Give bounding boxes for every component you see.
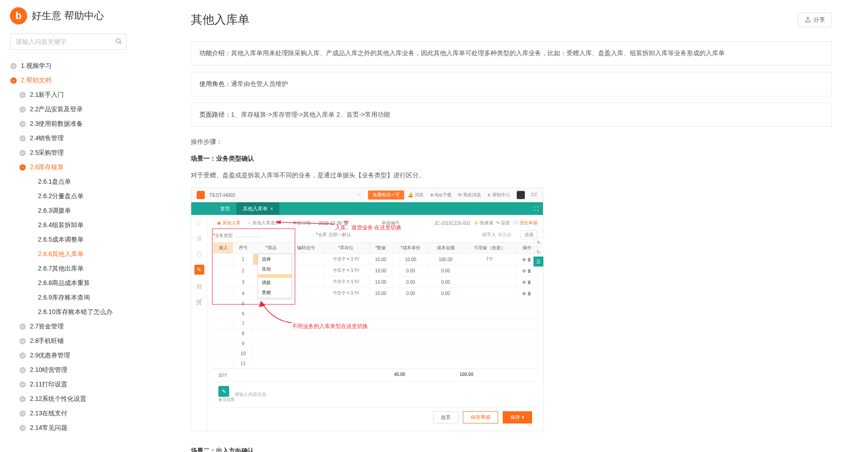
- search-input[interactable]: [10, 33, 127, 50]
- scene1-title: 场景一：业务类型确认: [191, 152, 832, 165]
- ss-tool-edit: ✎ 设置: [496, 220, 510, 226]
- scene2-title: 场景二：出入方向确认: [191, 445, 832, 452]
- ss-mode-return: ○ 其他入库退库: [244, 219, 283, 228]
- steps-heading: 操作步骤：: [191, 136, 832, 148]
- ss-dd-manual: 其他: [258, 264, 292, 274]
- intro-label: 功能介绍：: [199, 49, 231, 57]
- svg-line-1: [120, 43, 121, 44]
- doc-icon: ✎: [194, 265, 204, 275]
- ss-avatar-icon: [517, 191, 525, 199]
- table-row: 5: [213, 299, 538, 309]
- nav-2-12[interactable]: +2.12系统个性化设置: [19, 392, 127, 406]
- ss-date-label: 单据日期: [292, 220, 311, 226]
- logo-icon: b: [10, 7, 27, 24]
- nav-2-4[interactable]: +2.4销售管理: [19, 131, 127, 146]
- nav-2-6-6[interactable]: 2.6.6其他入库单: [38, 247, 127, 262]
- chart-icon: ▤: [195, 282, 203, 290]
- ss-tenant: TEST-H002: [209, 192, 235, 198]
- ss-logo-icon: [197, 191, 205, 199]
- nav-2-6-9[interactable]: 2.6.9库存账本查询: [38, 290, 127, 305]
- ss-top-sys: ✉ 系统消息: [458, 192, 481, 198]
- ss-doc-number: JC-20191226-001: [434, 221, 471, 226]
- sidebar: b 好生意 帮助中心 + 1.视频学习 − 2.帮助文档 +2.1新手入门 +2…: [0, 0, 137, 452]
- nav-2-8[interactable]: +2.8手机旺铺: [19, 334, 127, 348]
- ss-annotation-mid: 不同业务的入库类型在这里切换: [292, 323, 368, 330]
- nav-2-6-8[interactable]: 2.6.8商品成本重算: [38, 276, 127, 290]
- ss-warehouse-label: 仓库: [316, 232, 327, 237]
- ss-username: CC: [531, 192, 538, 197]
- ss-th-loc: 库存位: [323, 243, 369, 254]
- nav-2-6-5[interactable]: 2.6.5成本调整单: [38, 233, 127, 247]
- nav-2-6-10[interactable]: 2.6.10库存账本错了怎么办: [38, 305, 127, 319]
- ss-tab-expand-icon: ⛶: [533, 206, 543, 211]
- share-button[interactable]: 分享: [798, 13, 832, 27]
- nav-2-6-2[interactable]: 2.6.2分量盘点单: [38, 189, 127, 204]
- ss-total-amt: 100.00: [459, 372, 473, 378]
- box-icon: ▢: [195, 249, 203, 257]
- nav-2-11[interactable]: +2.11打印设置: [19, 377, 127, 392]
- ss-discard-button: 放弃: [433, 411, 458, 423]
- tray-icon: ☰: [533, 257, 543, 266]
- list-icon: ☰: [195, 234, 203, 242]
- ss-totals-row: 合计 40.00 100.00: [213, 369, 538, 381]
- nav-help-docs[interactable]: − 2.帮助文档: [10, 73, 127, 88]
- table-row: 10: [213, 349, 538, 359]
- ss-top-app: ⊕ App下载: [430, 192, 452, 198]
- ss-nav-icons: ⌂ ☰ ▢ ✎ ▤ 🛒: [191, 215, 208, 431]
- nav-2-2[interactable]: +2.2产品安装及登录: [19, 102, 127, 117]
- ss-form: ◉ 其他入库 ○ 其他入库退库 单据日期 2019-12-26 📅 入库、退货业…: [208, 215, 543, 431]
- ss-dd-blank: 选择: [258, 254, 292, 264]
- ss-th-no: 序号: [233, 243, 253, 254]
- nav-2-14[interactable]: +2.14常见问题: [19, 421, 127, 435]
- ss-biztype-dropdown: 选择 其他 调拨 受赠: [258, 254, 292, 298]
- ss-dd-highlighted: [258, 274, 292, 278]
- ss-operator-label: 经手人: [482, 232, 496, 237]
- intro-box: 功能介绍：其他入库单用来处理除采购入库、产成品入库之外的其他入库业务，因此其他入…: [191, 41, 832, 66]
- nav-2-13[interactable]: +2.13在线支付: [19, 406, 127, 421]
- ss-memo-placeholder: 请输入内容信息: [235, 391, 266, 398]
- ss-dd-gift: 受赠: [258, 288, 292, 298]
- ss-tabbar: 首页 其他入库单× ⛶: [191, 202, 543, 215]
- tray-icon: ✎: [533, 238, 543, 247]
- nav-2-3[interactable]: +2.3使用前数据准备: [19, 117, 127, 131]
- expand-icon: +: [10, 62, 17, 70]
- search-icon[interactable]: [115, 38, 122, 46]
- ss-topbar: TEST-H002 ☆ 免费电话一下 🔔 消息 ⊕ App下载 ✉ 系统消息 ⊕…: [191, 188, 543, 202]
- ss-tab-home: 首页: [214, 202, 236, 215]
- annotated-screenshot: TEST-H002 ☆ 免费电话一下 🔔 消息 ⊕ App下载 ✉ 系统消息 ⊕…: [191, 187, 543, 431]
- search-box: [10, 33, 127, 50]
- brand-title: 好生意 帮助中心: [32, 9, 104, 23]
- share-icon: [805, 17, 811, 23]
- nav-2-1[interactable]: +2.1新手入门: [19, 88, 127, 102]
- ss-dd-transfer: 调拨: [258, 278, 292, 288]
- ss-mode-in: ◉ 其他入库: [213, 219, 245, 228]
- nav-2-6[interactable]: −2.6库存核算: [19, 160, 127, 175]
- table-row: 11: [213, 359, 538, 369]
- ss-total-qty: 40.00: [394, 372, 405, 378]
- role-label: 使用角色：: [199, 80, 231, 87]
- nav-video-learning[interactable]: + 1.视频学习: [10, 59, 127, 73]
- ss-th-insert: 插入: [213, 243, 233, 254]
- ss-draft-button: 保存草稿: [463, 411, 498, 423]
- nav-2-9[interactable]: +2.9优惠券管理: [19, 348, 127, 363]
- nav-2-7[interactable]: +2.7资金管理: [19, 319, 127, 334]
- role-box: 使用角色：通常由仓管人员维护: [191, 72, 832, 96]
- nav-2-10[interactable]: +2.10经营管理: [19, 363, 127, 377]
- table-row: 7: [213, 319, 538, 329]
- nav-2-6-1[interactable]: 2.6.1盘点单: [38, 175, 127, 189]
- svg-point-0: [116, 39, 120, 43]
- page-title: 其他入库单: [191, 12, 250, 28]
- ss-th-goods: 商品: [253, 243, 289, 254]
- intro-text: 其他入库单用来处理除采购入库、产成品入库之外的其他入库业务，因此其他入库单可处理…: [231, 49, 725, 57]
- close-icon: ×: [270, 206, 273, 211]
- role-text: 通常由仓管人员维护: [231, 80, 288, 87]
- table-row: 9: [213, 339, 538, 349]
- nav-2-6-3[interactable]: 2.6.3调拨单: [38, 204, 127, 218]
- nav-2-6-4[interactable]: 2.6.4组装拆卸单: [38, 218, 127, 233]
- ss-th-pkg: 可用量（批套）: [462, 243, 517, 254]
- ss-tab-doc: 其他入库单×: [236, 202, 279, 215]
- ss-th-qty: 数量: [369, 243, 392, 254]
- ss-try-button: 免费电话一下: [368, 190, 404, 200]
- nav-2-5[interactable]: +2.5采购管理: [19, 146, 127, 160]
- nav-2-6-7[interactable]: 2.6.7其他出库单: [38, 262, 127, 276]
